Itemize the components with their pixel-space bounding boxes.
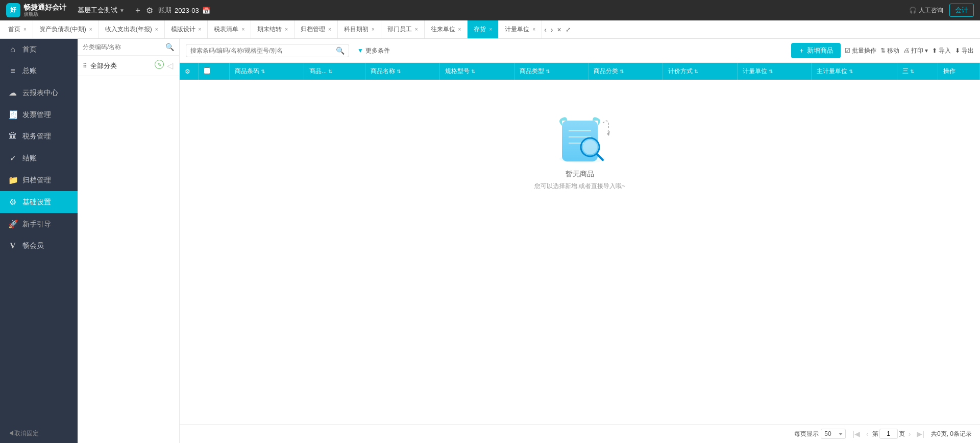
tab-prev-button[interactable]: ‹: [542, 26, 549, 34]
next-page-button[interactable]: ›: [906, 429, 914, 439]
filter-icon: ▼: [357, 47, 363, 54]
tab-close-icon[interactable]: ×: [89, 27, 92, 32]
import-label: 导入: [939, 46, 951, 55]
tab-balance-sheet[interactable]: 资产负债表(中期) ×: [33, 20, 99, 38]
workspace-selector[interactable]: 基层工会测试 ▼: [78, 6, 125, 15]
tab-inventory[interactable]: 存货 ×: [468, 20, 499, 38]
product-search-input[interactable]: [190, 47, 334, 54]
category-all-label[interactable]: 全部分类: [90, 61, 117, 71]
table-header-main-unit[interactable]: 主计量单位 ⇅: [812, 63, 897, 80]
table-header-price-method[interactable]: 计价方式 ⇅: [663, 63, 737, 80]
tab-close-icon[interactable]: ×: [489, 27, 492, 32]
more-filter-button[interactable]: ▼ 更多条件: [353, 44, 394, 57]
table-area: ⚙ 商品条码 ⇅: [180, 63, 980, 443]
tab-close-icon[interactable]: ×: [532, 27, 535, 32]
sidebar-item-label: 税务管理: [22, 132, 51, 141]
sidebar-item-cloud-report[interactable]: ☁ 云报表中心: [0, 82, 78, 104]
tab-close-icon[interactable]: ×: [285, 27, 288, 32]
category-collapse-button[interactable]: ◁: [166, 60, 174, 72]
tab-close-icon[interactable]: ×: [458, 27, 461, 32]
right-panel: 🔍 ▼ 更多条件 ＋ 新增商品 ☑ 批量操作: [180, 39, 980, 443]
add-tab-button[interactable]: ＋: [134, 5, 142, 16]
sidebar-item-archive[interactable]: 📁 归档管理: [0, 169, 78, 191]
content-inner: 🔍 ⠿ 全部分类 ✎ ◁ 🔍: [78, 39, 980, 443]
select-all-checkbox[interactable]: [204, 67, 210, 74]
tab-close-icon[interactable]: ×: [23, 27, 27, 32]
move-button[interactable]: ⇅ 移动: [880, 46, 899, 55]
add-icon: ＋: [798, 46, 805, 55]
tab-close-icon[interactable]: ×: [241, 27, 244, 32]
tab-close-all-button[interactable]: ×: [555, 26, 563, 34]
tab-close-icon[interactable]: ×: [328, 27, 331, 32]
settings-icon[interactable]: ⚙: [146, 6, 153, 15]
first-page-button[interactable]: |◀: [850, 429, 863, 439]
table-header-code[interactable]: 商品... ⇅: [304, 63, 365, 80]
batch-operation-button[interactable]: ☑ 批量操作: [845, 46, 876, 55]
accountant-button[interactable]: 会计: [949, 4, 974, 17]
tab-income-statement[interactable]: 收入支出表(年报) ×: [99, 20, 165, 38]
sidebar-item-guide[interactable]: 🚀 新手引导: [0, 213, 78, 235]
category-search-bar: 🔍: [78, 39, 179, 56]
import-button[interactable]: ⬆ 导入: [932, 46, 951, 55]
print-icon: 🖨: [903, 47, 910, 54]
headset-icon: 🎧: [909, 7, 917, 14]
table-header-category[interactable]: 商品分类 ⇅: [589, 63, 663, 80]
tab-template-design[interactable]: 模版设计 ×: [165, 20, 208, 38]
table-header-checkbox[interactable]: [198, 63, 230, 80]
left-panel: 🔍 ⠿ 全部分类 ✎ ◁: [78, 39, 180, 443]
tab-unit[interactable]: 计量单位 ×: [499, 20, 542, 38]
tab-counterpart[interactable]: 往来单位 ×: [425, 20, 468, 38]
tab-tax-list[interactable]: 税表清单 ×: [208, 20, 251, 38]
svg-point-7: [583, 140, 597, 154]
tab-home[interactable]: 首页 ×: [2, 20, 33, 38]
tab-close-icon[interactable]: ×: [155, 27, 158, 32]
empty-illustration: [549, 110, 610, 161]
pagination-bar: 每页显示 20 50 100 |◀ ‹ 第 页: [180, 424, 980, 443]
sidebar-unpin-button[interactable]: ◀取消固定: [0, 424, 78, 443]
search-icon[interactable]: 🔍: [336, 46, 345, 55]
calendar-icon[interactable]: 📅: [202, 7, 210, 14]
sidebar-item-label: 云报表中心: [22, 88, 58, 98]
sidebar-item-ledger[interactable]: ≡ 总账: [0, 60, 78, 82]
table-header-type[interactable]: 商品类型 ⇅: [514, 63, 589, 80]
table-header-name[interactable]: 商品名称 ⇅: [365, 63, 440, 80]
sidebar-item-label: 归档管理: [22, 176, 51, 185]
sidebar-item-close-account[interactable]: ✓ 结账: [0, 147, 78, 169]
page-size-select[interactable]: 20 50 100: [821, 429, 846, 439]
sidebar-item-invoice[interactable]: 🧾 发票管理: [0, 104, 78, 126]
add-product-button[interactable]: ＋ 新增商品: [791, 43, 841, 58]
page-number-input[interactable]: [879, 429, 898, 439]
table-container[interactable]: ⚙ 商品条码 ⇅: [180, 63, 980, 424]
prev-page-button[interactable]: ‹: [864, 429, 871, 439]
last-page-button[interactable]: ▶|: [914, 429, 927, 439]
tab-dept-staff[interactable]: 部门员工 ×: [381, 20, 425, 38]
period-value[interactable]: 2023-03: [175, 7, 199, 14]
sidebar-item-tax[interactable]: 🏛 税务管理: [0, 126, 78, 147]
tab-close-icon[interactable]: ×: [372, 27, 375, 32]
sidebar-item-member[interactable]: V 畅会员: [0, 235, 78, 257]
page-size-selector: 每页显示 20 50 100: [794, 429, 846, 439]
tab-close-icon[interactable]: ×: [199, 27, 202, 32]
category-edit-button[interactable]: ✎: [155, 60, 164, 69]
tab-next-button[interactable]: ›: [549, 26, 555, 34]
help-button[interactable]: 🎧 人工咨询: [909, 6, 943, 15]
tab-close-icon[interactable]: ×: [415, 27, 418, 32]
sidebar-item-basic-settings[interactable]: ⚙ 基础设置: [0, 191, 78, 213]
tab-archive[interactable]: 归档管理 ×: [295, 20, 338, 38]
category-search-input[interactable]: [83, 43, 162, 51]
table-header-unit[interactable]: 计量单位 ⇅: [737, 63, 812, 80]
table-header-extra[interactable]: 三 ⇅: [897, 63, 938, 80]
table-header-spec[interactable]: 规格型号 ⇅: [439, 63, 514, 80]
table-header-settings[interactable]: ⚙: [180, 63, 198, 80]
tab-subject-init[interactable]: 科目期初 ×: [338, 20, 381, 38]
chevron-down-icon: ▼: [119, 8, 125, 13]
sidebar-item-home[interactable]: ⌂ 首页: [0, 39, 78, 60]
cloud-icon: ☁: [8, 88, 17, 98]
search-icon[interactable]: 🔍: [165, 43, 174, 51]
export-button[interactable]: ⬇ 导出: [955, 46, 974, 55]
tab-period-transfer[interactable]: 期末结转 ×: [251, 20, 295, 38]
print-button[interactable]: 🖨 打印 ▾: [903, 46, 928, 55]
table-header-barcode[interactable]: 商品条码 ⇅: [230, 63, 304, 80]
tab-expand-button[interactable]: ⤢: [564, 26, 573, 33]
category-header: ⠿ 全部分类 ✎ ◁: [78, 56, 179, 76]
